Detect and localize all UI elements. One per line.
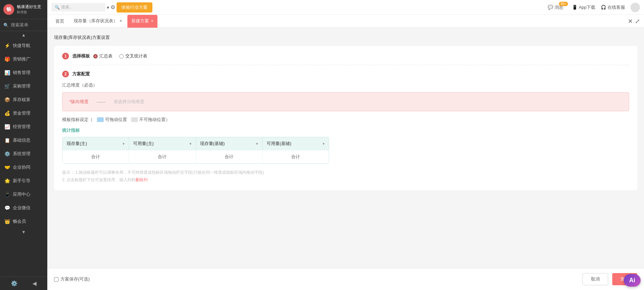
tabs-bar: 首页 现存量（库存状况表） × 新建方案 × ✕ ⤢ bbox=[47, 15, 644, 28]
stats-col-4-label: 可用量(基辅) bbox=[267, 141, 292, 147]
stats-col-1-chevron[interactable]: ▾ bbox=[123, 142, 125, 146]
sidebar-item-apps[interactable]: 📱 应用中心 bbox=[0, 188, 47, 201]
settings-icon[interactable]: ⚙️ bbox=[11, 280, 18, 287]
tabs-right: ✕ ⤢ bbox=[628, 18, 640, 25]
stats-col-3-chevron[interactable]: ▾ bbox=[256, 142, 258, 146]
content-area: 现存量(库存状况表)方案设置 1 选择模板 汇总表 交叉统计表 bbox=[47, 28, 644, 268]
topbar-search-area: 🔍 搜索... ▾ ⚙ 体验行业方案 bbox=[51, 2, 297, 13]
dim-row: *纵向维度 —— 请选择分组维度 bbox=[69, 99, 622, 105]
sidebar-item-label: 畅会员 bbox=[13, 218, 26, 224]
purchase-icon: 🛒 bbox=[4, 83, 10, 89]
tab-inventory[interactable]: 现存量（库存状况表） × bbox=[70, 15, 126, 28]
tab-new-plan-label: 新建方案 bbox=[131, 18, 149, 24]
tab-home[interactable]: 首页 bbox=[51, 18, 68, 24]
topbar-search-box[interactable]: 🔍 搜索... bbox=[51, 3, 105, 11]
tip-1: 提示： 1.拖动标题栏可以调整布局，不可跨维度或指标区域拖动栏目字段(只能在同一… bbox=[62, 169, 629, 176]
non-draggable-dot bbox=[131, 117, 138, 122]
sidebar-item-system[interactable]: ⚙️ 系统管理 bbox=[0, 147, 47, 161]
topbar-dropdown-button[interactable]: ▾ bbox=[107, 5, 109, 10]
section-divider bbox=[62, 65, 629, 65]
sidebar-item-purchase[interactable]: 🛒 采购管理 bbox=[0, 79, 47, 93]
sidebar-item-finance[interactable]: 💰 资金管理 bbox=[0, 106, 47, 120]
apps-icon: 📱 bbox=[4, 191, 10, 197]
topbar-app-label: App下载 bbox=[579, 4, 595, 10]
service-icon: 🎧 bbox=[601, 5, 606, 10]
sidebar-item-label: 采购管理 bbox=[13, 83, 30, 89]
sales-icon: 📊 bbox=[4, 70, 10, 76]
sidebar-search[interactable]: 🔍 搜索菜单 bbox=[0, 19, 47, 31]
indicator-row: 模板指标设定（ 可拖动位置 不可拖动位置） bbox=[62, 117, 629, 123]
topbar-gear-button[interactable]: ⚙ bbox=[110, 4, 115, 10]
stats-col-4-chevron[interactable]: ▾ bbox=[323, 142, 325, 146]
footer-bar: 方案保存(可选) 取消 查询 bbox=[47, 268, 644, 290]
brand-name: 畅康通好生意 bbox=[17, 4, 41, 10]
radio-cross[interactable]: 交叉统计表 bbox=[119, 53, 147, 59]
radio-summary-input[interactable] bbox=[93, 54, 98, 58]
section1-title: 选择模板 bbox=[72, 53, 90, 59]
radio-cross-input[interactable] bbox=[119, 54, 124, 58]
sidebar-item-label: 新手引导 bbox=[13, 178, 30, 184]
newbie-icon: 🌟 bbox=[4, 178, 10, 184]
topbar-online-service[interactable]: 🎧 在线客服 bbox=[601, 4, 625, 10]
radio-summary[interactable]: 汇总表 bbox=[93, 53, 113, 59]
section1-num: 1 bbox=[62, 53, 69, 59]
stats-col-2-label: 可用量(主) bbox=[133, 141, 154, 147]
sidebar-item-quick-nav[interactable]: ⚡ 快捷导航 bbox=[0, 39, 47, 52]
topbar-message[interactable]: 💬 消息 99+ bbox=[548, 4, 563, 10]
stats-col-1: 现存量(主) ▾ bbox=[63, 137, 129, 150]
ai-badge[interactable]: Ai bbox=[624, 274, 641, 287]
tab-close-button[interactable]: ✕ bbox=[628, 18, 633, 25]
section2-num: 2 bbox=[62, 71, 69, 77]
sidebar-item-operation[interactable]: 📈 经营管理 bbox=[0, 120, 47, 134]
sidebar-item-label: 营销推广 bbox=[13, 56, 30, 62]
member-icon: 👑 bbox=[4, 218, 10, 224]
dim-label: 汇总维度（必选） bbox=[62, 82, 629, 88]
topbar-service-label: 在线客服 bbox=[608, 4, 625, 10]
stats-data-1: 合计 bbox=[63, 150, 129, 163]
section2-header: 2 方案配置 bbox=[62, 71, 629, 77]
sidebar-bottom: ⚙️ ◀ bbox=[0, 276, 47, 290]
tips-area: 提示： 1.拖动标题栏可以调整布局，不可跨维度或指标区域拖动栏目字段(只能在同一… bbox=[62, 169, 629, 184]
tab-expand-button[interactable]: ⤢ bbox=[635, 18, 640, 25]
message-icon: 💬 bbox=[548, 5, 553, 10]
sidebar-item-agreement[interactable]: 🤝 企业协同 bbox=[0, 161, 47, 174]
search-placeholder: 搜索... bbox=[61, 4, 73, 10]
cancel-button[interactable]: 取消 bbox=[583, 273, 608, 285]
toggle-icon[interactable]: ◀ bbox=[32, 280, 36, 287]
sidebar-item-label: 销售管理 bbox=[13, 70, 30, 76]
tab-new-plan[interactable]: 新建方案 × bbox=[127, 15, 157, 28]
non-draggable-label: 不可拖动位置） bbox=[139, 117, 170, 123]
stats-col-2-chevron[interactable]: ▾ bbox=[190, 142, 192, 146]
sidebar-item-wechat[interactable]: 💬 企业微信 bbox=[0, 201, 47, 215]
sidebar-item-basic[interactable]: 📋 基础信息 bbox=[0, 134, 47, 147]
wechat-icon: 💬 bbox=[4, 205, 10, 211]
tab-inventory-label: 现存量（库存状况表） bbox=[74, 18, 118, 24]
sidebar-item-member[interactable]: 👑 畅会员 bbox=[0, 215, 47, 228]
tab-new-plan-close[interactable]: × bbox=[151, 19, 153, 23]
sidebar-scroll-down[interactable]: ▼ bbox=[0, 228, 47, 236]
save-checkbox[interactable] bbox=[54, 277, 58, 282]
sidebar-item-label: 基础信息 bbox=[13, 137, 30, 143]
footer-save-option: 方案保存(可选) bbox=[54, 276, 90, 282]
tip-delete: 删除列 bbox=[135, 177, 148, 182]
vertical-dim-label: *纵向维度 bbox=[69, 99, 89, 105]
stats-table: 现存量(主) ▾ 可用量(主) ▾ 现存量(基辅) ▾ 可用量(基辅) ▾ bbox=[62, 137, 329, 164]
section2-title: 方案配置 bbox=[72, 71, 90, 77]
system-icon: ⚙️ bbox=[4, 151, 10, 157]
sidebar-item-label: 企业协同 bbox=[13, 164, 30, 170]
sidebar-item-marketing[interactable]: 🎁 营销推广 bbox=[0, 52, 47, 66]
sidebar-scroll-up[interactable]: ▲ bbox=[0, 31, 47, 39]
sidebar-item-label: 系统管理 bbox=[13, 151, 30, 157]
operation-icon: 📈 bbox=[4, 124, 10, 130]
indicator-non-draggable: 不可拖动位置） bbox=[131, 117, 170, 123]
sidebar-item-newbie[interactable]: 🌟 新手引导 bbox=[0, 174, 47, 188]
user-avatar[interactable] bbox=[630, 3, 640, 12]
dim-required-area: *纵向维度 —— 请选择分组维度 bbox=[62, 92, 629, 111]
topbar-app-download[interactable]: 📱 App下载 bbox=[572, 4, 595, 10]
quick-nav-icon: ⚡ bbox=[4, 43, 10, 49]
topbar-cta-button[interactable]: 体验行业方案 bbox=[117, 2, 152, 13]
sidebar-item-stock[interactable]: 📦 库存核算 bbox=[0, 93, 47, 106]
tab-inventory-close[interactable]: × bbox=[120, 19, 122, 23]
sidebar-item-label: 库存核算 bbox=[13, 97, 30, 103]
sidebar-item-sales[interactable]: 📊 销售管理 bbox=[0, 66, 47, 79]
